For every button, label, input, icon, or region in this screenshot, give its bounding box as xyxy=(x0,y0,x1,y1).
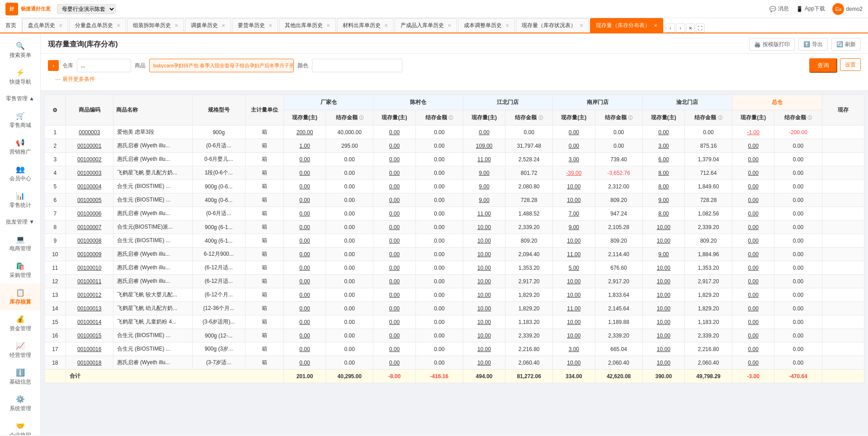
cell-c5q[interactable]: 8.00 xyxy=(642,207,684,220)
tab-现存量库存状况表[interactable]: 现存量（库存状况表） ✕ xyxy=(516,18,589,33)
cell-tq[interactable]: 0.00 xyxy=(732,153,774,166)
close-icon[interactable]: ✕ xyxy=(222,23,225,28)
info-icon5[interactable]: ⓘ xyxy=(718,115,722,120)
tab-home[interactable]: 首页 xyxy=(0,18,22,33)
cell-code[interactable]: 00100013 xyxy=(66,302,113,315)
sidebar-item-inventory[interactable]: 📋 库存核算 xyxy=(0,284,40,310)
cell-c4q[interactable]: 10.00 xyxy=(553,356,595,370)
cell-tq[interactable]: 0.00 xyxy=(732,329,774,342)
cell-c1q[interactable]: 0.00 xyxy=(283,261,326,275)
cell-code[interactable]: 00100001 xyxy=(66,139,113,153)
cell-c2q[interactable]: 0.00 xyxy=(373,193,415,207)
sidebar-item-marketing[interactable]: 📢 营销推广 xyxy=(0,134,40,160)
cell-c3q[interactable]: 10.00 xyxy=(463,248,505,261)
cell-tq[interactable]: 0.00 xyxy=(732,275,774,288)
cell-c4q[interactable]: 11.00 xyxy=(553,248,595,261)
cell-code[interactable]: 00100008 xyxy=(66,234,113,248)
cell-code[interactable]: 00100016 xyxy=(66,342,113,356)
cell-c4q[interactable]: 9.00 xyxy=(553,220,595,234)
cell-c4q[interactable]: 7.00 xyxy=(553,207,595,220)
sidebar-item-retail-mall[interactable]: 🛒 零售商城 xyxy=(0,107,40,134)
info-icon3[interactable]: ⓘ xyxy=(538,115,543,120)
cell-c4q[interactable]: 3.00 xyxy=(553,342,595,356)
close-icon[interactable]: ✕ xyxy=(117,23,120,28)
tab-scroll-left[interactable]: ‹ xyxy=(666,23,675,33)
cell-c2q[interactable]: 0.00 xyxy=(373,207,415,220)
cell-c5q[interactable]: 10.00 xyxy=(642,261,684,275)
expand-conditions-row[interactable]: ⋯ 展开更多条件 xyxy=(48,73,861,86)
cell-c3q[interactable]: 109.00 xyxy=(463,139,505,153)
tab-产成品入库单历史[interactable]: 产成品入库单历史 ✕ xyxy=(395,18,457,33)
tab-scroll-right[interactable]: › xyxy=(676,23,685,33)
cell-c1q[interactable]: 0.00 xyxy=(283,193,326,207)
close-icon[interactable]: ✕ xyxy=(59,23,62,28)
user-area[interactable]: Ea demo2 xyxy=(832,3,863,15)
cell-code[interactable]: 00100011 xyxy=(66,275,113,288)
sidebar-item-nav[interactable]: ⚡ 快捷导航 xyxy=(0,64,40,90)
cell-tq[interactable]: 0.00 xyxy=(732,261,774,275)
cell-tq[interactable]: 0.00 xyxy=(732,356,774,370)
cell-c5q[interactable]: 10.00 xyxy=(642,302,684,315)
message-btn[interactable]: 💬 消息 xyxy=(769,5,789,13)
cell-c5q[interactable]: 8.00 xyxy=(642,180,684,193)
cell-c1q[interactable]: 0.00 xyxy=(283,356,326,370)
goods-filter-tag[interactable]: babycare孕妇待产包 春季入院全套母子组合孕妇产后冬季月子用品 22件套 … xyxy=(149,59,294,72)
cell-c5q[interactable]: 10.00 xyxy=(642,342,684,356)
cell-c5q[interactable]: 10.00 xyxy=(642,234,684,248)
close-icon[interactable]: ✕ xyxy=(580,23,583,28)
cell-c5q[interactable]: 8.00 xyxy=(642,166,684,180)
cell-c3q[interactable]: 10.00 xyxy=(463,288,505,302)
cell-c4q[interactable]: 5.00 xyxy=(553,261,595,275)
sidebar-item-members[interactable]: 👥 会员中心 xyxy=(0,160,40,187)
cell-c3q[interactable]: 10.00 xyxy=(463,261,505,275)
cell-c1q[interactable]: 0.00 xyxy=(283,329,326,342)
cell-c1q[interactable]: 0.00 xyxy=(283,302,326,315)
cell-c5q[interactable]: 9.00 xyxy=(642,193,684,207)
cell-c4q[interactable]: 10.00 xyxy=(553,234,595,248)
cell-c3q[interactable]: 10.00 xyxy=(463,275,505,288)
warehouse-input[interactable] xyxy=(77,59,131,72)
cell-tq[interactable]: 0.00 xyxy=(732,193,774,207)
refresh-btn[interactable]: 🔄 刷新 xyxy=(831,38,861,51)
cell-c2q[interactable]: 0.00 xyxy=(373,275,415,288)
tab-调拨单历史[interactable]: 调拨单历史 ✕ xyxy=(185,18,231,33)
cell-c5q[interactable]: 9.00 xyxy=(642,248,684,261)
cell-tq[interactable]: 0.00 xyxy=(732,180,774,193)
tab-分量盘点单历史[interactable]: 分量盘点单历史 ✕ xyxy=(69,18,126,33)
cell-code[interactable]: 00100007 xyxy=(66,220,113,234)
cell-c5q[interactable]: 10.00 xyxy=(642,329,684,342)
cell-c5q[interactable]: 6.00 xyxy=(642,153,684,166)
sidebar-item-finance[interactable]: 💰 资金管理 xyxy=(0,310,40,337)
cell-code[interactable]: 00100014 xyxy=(66,315,113,329)
cell-c3q[interactable]: 10.00 xyxy=(463,329,505,342)
cell-code[interactable]: 00100002 xyxy=(66,153,113,166)
cell-code[interactable]: 00100006 xyxy=(66,207,113,220)
cell-c4q[interactable]: 10.00 xyxy=(553,275,595,288)
cell-code[interactable]: 00100003 xyxy=(66,166,113,180)
tab-现存量库存分布表[interactable]: 现存量（库存分布表） ✕ xyxy=(590,18,663,33)
tab-要货单历史[interactable]: 要货单历史 ✕ xyxy=(232,18,278,33)
tab-expand[interactable]: ⛶ xyxy=(696,23,705,33)
sidebar-item-purchase[interactable]: 🛍️ 采购管理 xyxy=(0,257,40,284)
cell-c3q[interactable]: 10.00 xyxy=(463,315,505,329)
cell-c2q[interactable]: 0.00 xyxy=(373,248,415,261)
cell-tq[interactable]: 0.00 xyxy=(732,234,774,248)
cell-c1q[interactable]: 200.00 xyxy=(283,126,326,139)
cell-tq[interactable]: 0.00 xyxy=(732,248,774,261)
close-icon[interactable]: ✕ xyxy=(448,23,451,28)
cell-c3q[interactable]: 10.00 xyxy=(463,342,505,356)
sidebar-item-basic-info[interactable]: ℹ️ 基础信息 xyxy=(0,364,40,390)
print-btn[interactable]: 🖨️ 按模版打印 xyxy=(749,38,795,51)
cell-c2q[interactable]: 0.00 xyxy=(373,126,415,139)
cell-c2q[interactable]: 0.00 xyxy=(373,153,415,166)
cell-c2q[interactable]: 0.00 xyxy=(373,234,415,248)
close-icon[interactable]: ✕ xyxy=(269,23,272,28)
cell-c1q[interactable]: 0.00 xyxy=(283,166,326,180)
tab-材料出库单历史[interactable]: 材料出库单历史 ✕ xyxy=(337,18,394,33)
cell-c2q[interactable]: 0.00 xyxy=(373,302,415,315)
info-icon2[interactable]: ⓘ xyxy=(448,115,453,120)
cell-c2q[interactable]: 0.00 xyxy=(373,166,415,180)
cell-code[interactable]: 00100012 xyxy=(66,288,113,302)
filter-expand-btn[interactable]: › xyxy=(48,60,59,71)
cell-c3q[interactable]: 0.00 xyxy=(463,126,505,139)
